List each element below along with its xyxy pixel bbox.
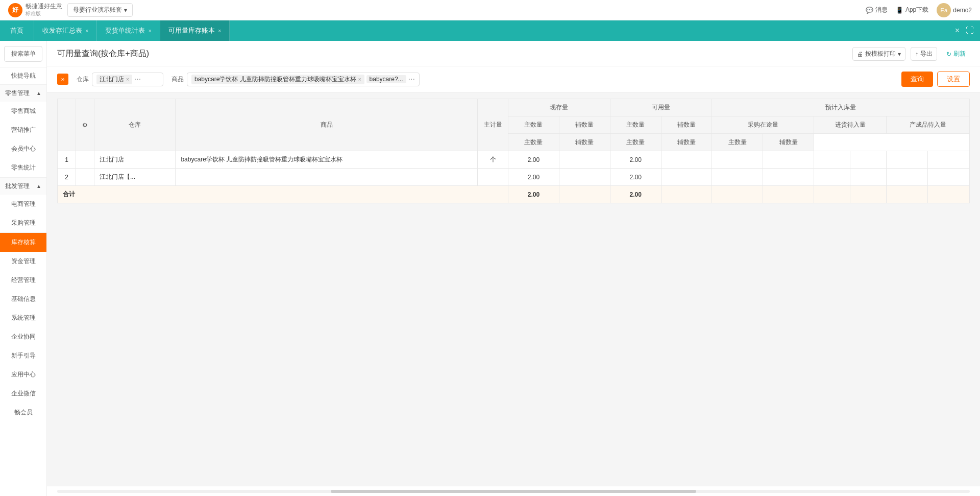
product-tag2-value: babycare?... [370, 76, 403, 83]
export-label: 导出 [920, 50, 933, 58]
sidebar-section-retail-label: 零售管理 [5, 89, 30, 98]
sidebar-item-app-center[interactable]: 应用中心 [0, 365, 46, 384]
warehouse-more-btn[interactable]: ··· [134, 75, 141, 84]
warehouse-input[interactable]: 江北门店 × ··· [92, 73, 163, 86]
col-incoming-main-header: 主数量 [610, 134, 661, 151]
sidebar-section-retail: 零售管理 ▲ 零售商城 营销推广 会员中心 零售统计 [0, 85, 46, 178]
tab-order-stats[interactable]: 要货单统计表 × [97, 20, 160, 41]
tab-available-stock-close[interactable]: × [218, 28, 221, 34]
page-header: 可用量查询(按仓库+商品) 🖨 按模板打印 ▾ ↑ 导出 ↻ 刷新 [47, 41, 980, 66]
row1-finished-aux [928, 151, 970, 169]
tab-receivable-label: 收发存汇总表 [42, 26, 82, 35]
col-unit-header: 主计量 [478, 99, 508, 151]
sidebar-section-retail-header[interactable]: 零售管理 ▲ [0, 85, 46, 102]
print-template-label: 按模板打印 [865, 50, 896, 58]
data-table: ⚙ 仓库 商品 主计量 现存量 可用量 预计入库量 主数量 辅数量 主数量 辅数… [57, 99, 970, 203]
col-available-header: 可用量 [610, 99, 712, 116]
setting-btn[interactable]: 设置 [937, 72, 970, 87]
tab-order-stats-close[interactable]: × [148, 28, 151, 34]
sidebar-item-purchase-label: 采购管理 [11, 219, 36, 227]
industry-selector[interactable]: 母婴行业演示账套 ▾ [67, 3, 133, 17]
col-purchase-main-header: 主数量 [508, 134, 559, 151]
warehouse-tag-value: 江北门店 [100, 75, 124, 84]
table-row: 1 江北门店 babycare学饮杯 儿童防摔防撞吸管杯重力球吸嘴杯宝宝水杯 个… [58, 151, 970, 169]
sidebar-item-member[interactable]: 会员中心 [0, 139, 46, 158]
row1-gear[interactable] [76, 151, 94, 169]
sidebar-item-enterprise[interactable]: 企业协同 [0, 327, 46, 346]
nav-right-btns: × ⛶ [953, 20, 980, 41]
filter-expand-btn[interactable]: » [57, 74, 68, 85]
summary-finished-aux [928, 186, 970, 203]
sidebar-item-ecommerce-label: 电商管理 [11, 200, 36, 208]
sidebar-item-finance[interactable]: 资金管理 [0, 252, 46, 271]
sidebar-item-marketing[interactable]: 营销推广 [0, 121, 46, 139]
refresh-label: 刷新 [953, 50, 966, 58]
sidebar-item-purchase[interactable]: 采购管理 [0, 214, 46, 232]
tab-available-stock-label: 可用量库存账本 [168, 26, 215, 35]
row2-available-aux [661, 169, 712, 186]
sidebar-item-system-label: 系统管理 [11, 314, 36, 322]
sidebar-item-wecom-label: 企业微信 [11, 389, 36, 398]
user-btn[interactable]: Ea demo2 [937, 3, 972, 17]
product-tag1: babycare学饮杯 儿童防摔防撞吸管杯重力球吸嘴杯宝宝水杯 × [191, 75, 364, 84]
sidebar-item-member2[interactable]: 畅会员 [0, 403, 46, 422]
sidebar-quick-nav[interactable]: 快捷导航 [0, 67, 46, 85]
row2-unit [478, 169, 508, 186]
row2-finished-aux [928, 169, 970, 186]
export-btn[interactable]: ↑ 导出 [911, 47, 937, 61]
sidebar-item-basic[interactable]: 基础信息 [0, 290, 46, 309]
tab-home[interactable]: 首页 [0, 20, 34, 41]
sidebar-item-finance-label: 资金管理 [11, 257, 36, 266]
product-tag1-value: babycare学饮杯 儿童防摔防撞吸管杯重力球吸嘴杯宝宝水杯 [194, 75, 356, 84]
sidebar-item-inventory[interactable]: 库存核算 [0, 233, 46, 252]
sidebar-item-retail-stats[interactable]: 零售统计 [0, 158, 46, 177]
sidebar-section-wholesale-header[interactable]: 批发管理 ▲ [0, 178, 46, 195]
tab-receivable[interactable]: 收发存汇总表 × [34, 20, 97, 41]
row1-current-aux [559, 151, 610, 169]
sidebar-item-new-guide[interactable]: 新手引导 [0, 346, 46, 365]
row2-finished-main [886, 169, 927, 186]
summary-finished-main [886, 186, 927, 203]
warehouse-tag: 江北门店 × [96, 75, 132, 84]
row1-product: babycare学饮杯 儿童防摔防撞吸管杯重力球吸嘴杯宝宝水杯 [176, 151, 478, 169]
product-more-btn[interactable]: ··· [408, 75, 415, 84]
sidebar-item-basic-label: 基础信息 [11, 295, 36, 303]
filter-bar: » 仓库 江北门店 × ··· 商品 babycare学饮杯 儿童防摔防撞吸管杯… [47, 66, 980, 92]
top-bar: 好 畅捷通好生意 标准版 母婴行业演示账套 ▾ 💬 消息 📱 App下载 Ea … [0, 0, 980, 20]
scrollbar-thumb[interactable] [331, 490, 696, 493]
message-btn[interactable]: 💬 消息 [866, 6, 888, 14]
row1-purchase-main [712, 151, 763, 169]
search-menu-btn[interactable]: 搜索菜单 [4, 46, 42, 62]
sidebar-item-wecom[interactable]: 企业微信 [0, 384, 46, 403]
print-template-btn[interactable]: 🖨 按模板打印 ▾ [852, 47, 905, 61]
sidebar-item-operation[interactable]: 经营管理 [0, 271, 46, 290]
summary-current-aux [559, 186, 610, 203]
scrollbar-track[interactable] [57, 490, 970, 493]
product-input[interactable]: babycare学饮杯 儿童防摔防撞吸管杯重力球吸嘴杯宝宝水杯 × babyca… [187, 73, 420, 86]
summary-current-main: 2.00 [508, 186, 559, 203]
row2-gear[interactable] [76, 169, 94, 186]
close-all-icon[interactable]: × [953, 24, 962, 37]
sidebar-item-member-label: 会员中心 [11, 145, 36, 153]
sidebar-item-retail-mall[interactable]: 零售商城 [0, 102, 46, 121]
sidebar-item-ecommerce[interactable]: 电商管理 [0, 195, 46, 214]
query-btn[interactable]: 查询 [901, 72, 933, 87]
app-download-btn[interactable]: 📱 App下载 [896, 6, 928, 14]
col-purchase-transit-header: 采购在途量 [712, 116, 814, 134]
warehouse-tag-close[interactable]: × [126, 77, 129, 82]
product-tag1-close[interactable]: × [358, 77, 361, 82]
tab-available-stock[interactable]: 可用量库存账本 × [160, 20, 230, 41]
refresh-btn[interactable]: ↻ 刷新 [942, 48, 970, 60]
main-layout: 搜索菜单 快捷导航 零售管理 ▲ 零售商城 营销推广 会员中心 零售统计 批发管… [0, 41, 980, 496]
sidebar-section-wholesale: 批发管理 ▲ 电商管理 采购管理 [0, 178, 46, 233]
sidebar-item-app-center-label: 应用中心 [11, 370, 36, 379]
sidebar-item-member2-label: 畅会员 [14, 408, 33, 417]
tab-receivable-close[interactable]: × [85, 28, 88, 34]
fullscreen-icon[interactable]: ⛶ [964, 24, 976, 37]
sidebar-item-system[interactable]: 系统管理 [0, 309, 46, 327]
product-label: 商品 [172, 75, 184, 84]
col-finished-aux-header: 辅数量 [763, 134, 814, 151]
row1-incoming-main [814, 151, 850, 169]
col-rownum [58, 99, 76, 151]
table-header-row1: ⚙ 仓库 商品 主计量 现存量 可用量 预计入库量 [58, 99, 970, 116]
